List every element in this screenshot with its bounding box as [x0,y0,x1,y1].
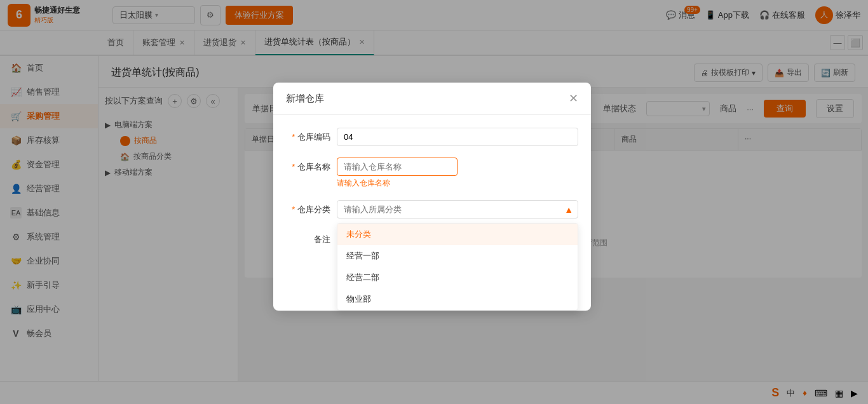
category-toggle-icon[interactable]: ▲ [564,205,573,215]
dropdown-item-property[interactable]: 物业部 [337,288,578,310]
name-error-msg: 请输入仓库名称 [337,178,458,189]
add-warehouse-modal: 新增仓库 ✕ 仓库编码 仓库名称 请输入仓库名称 [273,83,591,311]
code-field-row: 仓库编码 [286,128,578,146]
dropdown-item-none[interactable]: 未分类 [337,224,578,245]
code-label: 仓库编码 [286,128,337,143]
code-input[interactable] [337,128,578,146]
name-input-wrapper: 请输入仓库名称 [337,158,458,189]
dropdown-item-ops2[interactable]: 经营二部 [337,267,578,288]
category-label: 仓库分类 [286,200,337,215]
modal-close-button[interactable]: ✕ [569,91,578,105]
dropdown-item-ops1[interactable]: 经营一部 [337,245,578,267]
name-field-row: 仓库名称 请输入仓库名称 [286,158,578,189]
category-field-row: 仓库分类 ▲ 未分类 经营一部 经营二部 物业部 [286,200,578,219]
modal-overlay: 新增仓库 ✕ 仓库编码 仓库名称 请输入仓库名称 [0,0,868,404]
notes-label: 备注 [286,230,337,245]
category-dropdown: 未分类 经营一部 经营二部 物业部 [337,223,578,311]
category-input[interactable] [337,200,578,219]
modal-body: 仓库编码 仓库名称 请输入仓库名称 仓库分类 ▲ [273,115,591,273]
modal-title: 新增仓库 [286,93,324,105]
name-field-inner: 仓库名称 请输入仓库名称 [286,158,458,189]
category-input-wrapper: ▲ 未分类 经营一部 经营二部 物业部 [337,200,578,219]
name-label: 仓库名称 [286,158,337,173]
modal-header: 新增仓库 ✕ [273,83,591,115]
name-input[interactable] [337,158,458,176]
